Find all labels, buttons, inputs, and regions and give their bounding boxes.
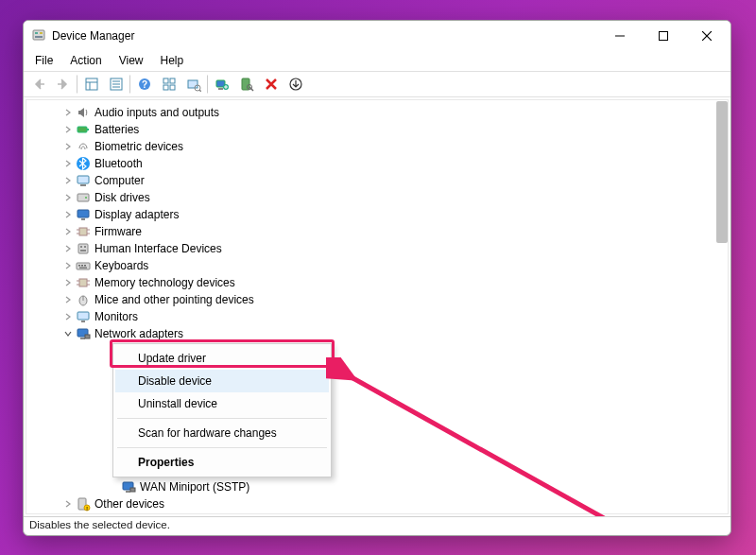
toolbar-grid-button[interactable] xyxy=(158,73,180,95)
toolbar-showmenu-button[interactable] xyxy=(80,73,103,95)
close-button[interactable] xyxy=(685,21,729,51)
chevron-icon[interactable] xyxy=(62,226,74,237)
svg-rect-47 xyxy=(80,250,86,251)
chip-icon xyxy=(76,224,91,239)
tree-category-label: Biometric devices xyxy=(94,140,183,153)
chevron-icon[interactable] xyxy=(62,175,74,186)
network-icon xyxy=(76,326,91,341)
tree-category-label: Keyboards xyxy=(94,259,148,272)
svg-rect-1 xyxy=(35,32,38,34)
minimize-button[interactable] xyxy=(598,21,642,51)
ctx-disable-device[interactable]: Disable device xyxy=(115,370,329,392)
chevron-icon[interactable] xyxy=(62,141,74,152)
tree-category[interactable]: Human Interface Devices xyxy=(64,240,728,257)
menu-file[interactable]: File xyxy=(27,52,60,69)
svg-rect-91 xyxy=(130,488,135,492)
maximize-button[interactable] xyxy=(642,21,685,51)
monitor-icon xyxy=(76,309,91,324)
tree-view-container: Audio inputs and outputsBatteriesBiometr… xyxy=(24,97,730,516)
tree-category[interactable]: Firmware xyxy=(64,223,728,240)
svg-rect-44 xyxy=(78,244,88,253)
svg-rect-46 xyxy=(84,246,86,248)
chevron-icon[interactable] xyxy=(62,192,74,203)
toolbar-scan-button[interactable] xyxy=(182,73,205,95)
menu-view[interactable]: View xyxy=(112,52,151,69)
ctx-properties[interactable]: Properties xyxy=(115,451,329,474)
toolbar-update-down-button[interactable] xyxy=(284,73,307,95)
svg-line-23 xyxy=(199,90,201,92)
tree-category[interactable]: Biometric devices xyxy=(64,138,728,155)
chevron-icon[interactable] xyxy=(62,260,74,271)
svg-text:?: ? xyxy=(142,79,147,90)
toolbar-uninstall-button[interactable] xyxy=(235,73,258,95)
svg-rect-90 xyxy=(126,491,130,493)
keyboard-icon xyxy=(76,258,91,273)
svg-rect-39 xyxy=(79,228,87,235)
chevron-icon[interactable] xyxy=(62,328,74,339)
tree-category[interactable]: Computer xyxy=(64,172,728,189)
chevron-icon[interactable] xyxy=(62,243,74,254)
toolbar-disable-button[interactable] xyxy=(260,73,283,95)
tree-category[interactable]: Keyboards xyxy=(64,257,728,274)
svg-rect-52 xyxy=(79,268,87,269)
menu-help[interactable]: Help xyxy=(153,52,192,69)
tree-category[interactable]: Monitors xyxy=(64,308,728,325)
ctx-scan-hardware[interactable]: Scan for hardware changes xyxy=(115,422,329,444)
chevron-icon[interactable] xyxy=(62,209,74,220)
svg-rect-35 xyxy=(77,194,89,201)
disk-icon xyxy=(76,190,91,205)
chevron-icon[interactable] xyxy=(62,294,74,305)
tree-category[interactable]: Mice and other pointing devices xyxy=(64,291,728,308)
tree-category[interactable]: Disk drives xyxy=(64,189,728,206)
tree-device[interactable]: WAN Miniport (SSTP) xyxy=(110,478,728,495)
toolbar-help-button[interactable]: ? xyxy=(133,73,156,95)
ctx-separator xyxy=(117,418,327,419)
network-icon xyxy=(121,479,136,494)
toolbar-separator xyxy=(129,75,131,94)
app-icon xyxy=(31,28,46,43)
tree-category[interactable]: Memory technology devices xyxy=(64,274,728,291)
chip-icon xyxy=(76,275,91,290)
svg-rect-51 xyxy=(84,265,86,267)
toolbar-separator xyxy=(77,75,78,94)
svg-rect-27 xyxy=(242,78,249,90)
toolbar-updatedriver-button[interactable] xyxy=(211,73,233,95)
svg-rect-63 xyxy=(80,338,85,339)
chevron-icon[interactable] xyxy=(62,498,74,510)
svg-rect-8 xyxy=(86,78,97,90)
tree-category-label: Network adapters xyxy=(94,327,183,340)
tree-category[interactable]: Display adapters xyxy=(64,206,728,223)
svg-rect-30 xyxy=(77,127,87,132)
tree-category[interactable]: Audio inputs and outputs xyxy=(64,104,728,121)
tree-category-label: Mice and other pointing devices xyxy=(94,293,254,306)
chevron-icon[interactable] xyxy=(62,107,74,118)
chevron-icon[interactable] xyxy=(62,124,74,135)
tree-category[interactable]: Bluetooth xyxy=(64,155,728,172)
tree-category[interactable]: Network adapters xyxy=(64,325,728,342)
tree-category-label: Memory technology devices xyxy=(94,276,235,289)
display-icon xyxy=(76,207,91,222)
svg-rect-20 xyxy=(170,85,175,90)
toolbar-forward-button[interactable] xyxy=(52,73,75,95)
ctx-uninstall-device[interactable]: Uninstall device xyxy=(115,392,329,415)
menubar: File Action View Help xyxy=(24,51,730,71)
chevron-icon[interactable] xyxy=(62,277,74,288)
menu-action[interactable]: Action xyxy=(62,52,109,69)
svg-rect-60 xyxy=(77,312,89,320)
chevron-icon[interactable] xyxy=(62,311,74,322)
toolbar-back-button[interactable] xyxy=(27,73,50,95)
svg-rect-34 xyxy=(80,184,86,186)
svg-rect-37 xyxy=(77,210,89,217)
svg-rect-38 xyxy=(81,218,85,220)
toolbar-properties-button[interactable] xyxy=(105,73,128,95)
svg-rect-31 xyxy=(87,129,89,130)
ctx-update-driver[interactable]: Update driver xyxy=(115,347,329,370)
chevron-icon[interactable] xyxy=(62,158,74,169)
scrollbar-thumb[interactable] xyxy=(716,101,728,243)
battery-icon xyxy=(76,122,91,137)
tree-category[interactable]: Batteries xyxy=(64,121,728,138)
context-menu: Update driver Disable device Uninstall d… xyxy=(112,343,332,477)
computer-icon xyxy=(76,173,91,188)
svg-rect-21 xyxy=(188,80,198,88)
tree-category[interactable]: !Other devices xyxy=(64,495,728,512)
